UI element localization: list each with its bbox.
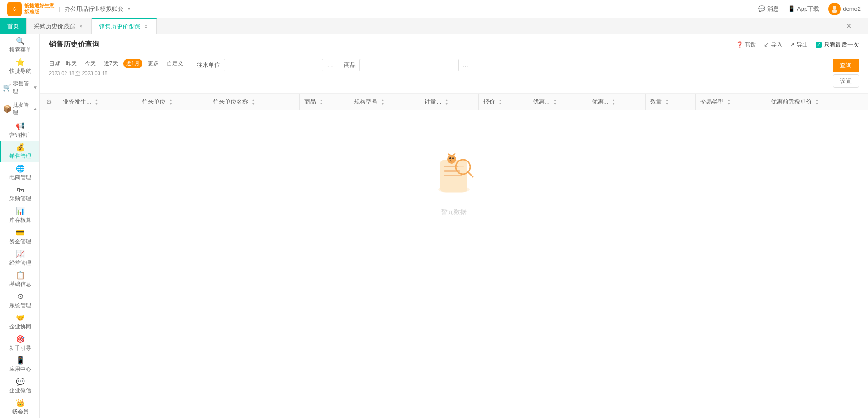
tab-bar-actions: ✕ ⛶ xyxy=(846,22,868,30)
sidebar-item-finance-label: 资金管理 xyxy=(9,238,31,246)
tab-sales-history[interactable]: 销售历史价跟踪 × xyxy=(92,18,157,34)
retail-mgmt-icon: 🛒 xyxy=(3,83,12,92)
export-button[interactable]: ↗ 导出 xyxy=(790,41,808,49)
table-col-quantity[interactable]: 数量 ▲▼ xyxy=(646,94,695,110)
user-menu[interactable]: demo2 xyxy=(828,3,861,15)
query-button[interactable]: 查询 xyxy=(833,59,859,72)
svg-text:6: 6 xyxy=(13,7,16,12)
logo-icon: 6 xyxy=(7,2,22,16)
sidebar-item-enterprise-collab-label: 企业协同 xyxy=(9,323,31,331)
sidebar-item-retail-mgmt[interactable]: 🛒 零售管理 ▼ xyxy=(0,77,39,98)
quick-nav-icon: ⭐ xyxy=(16,58,25,66)
tab-home[interactable]: 首页 xyxy=(0,18,27,34)
sales-mgmt-icon: 💰 xyxy=(16,143,25,152)
sort-partner-name-icon: ▲▼ xyxy=(251,99,255,106)
page-header-actions: ❓ 帮助 ↙ 导入 ↗ 导出 ✓ 只看最后一次 xyxy=(736,41,859,49)
table-col-spec[interactable]: 规格型号 ▲▼ xyxy=(349,94,420,110)
sidebar-item-inventory[interactable]: 📊 库存核算 xyxy=(0,205,39,226)
wholesale-mgmt-expand-icon: ▲ xyxy=(33,106,38,111)
svg-point-14 xyxy=(452,157,454,159)
sort-quantity-icon: ▲▼ xyxy=(665,99,669,106)
date-tab-custom[interactable]: 自定义 xyxy=(164,59,186,68)
system-mgmt-icon: ⚙ xyxy=(17,292,24,301)
empty-text: 暂元数据 xyxy=(441,208,467,216)
sidebar-item-wholesale-mgmt[interactable]: 📦 批发管理 ▲ xyxy=(0,98,39,119)
sidebar-item-purchase-mgmt-label: 采购管理 xyxy=(9,195,31,203)
close-all-tabs-icon[interactable]: ✕ xyxy=(846,22,852,30)
sidebar-item-newcomer-guide-label: 新手引导 xyxy=(9,344,31,352)
sidebar-item-search-menu[interactable]: 🔍 搜索菜单 xyxy=(0,34,39,56)
table-col-business-date[interactable]: 业务发生... ▲▼ xyxy=(58,94,137,110)
tab-purchase-history[interactable]: 采购历史价跟踪 × xyxy=(27,18,92,34)
sidebar-item-operations[interactable]: 📈 经营管理 xyxy=(0,247,39,269)
table-col-discount-amount[interactable]: 优惠... ▲▼ xyxy=(587,94,645,110)
tab-sales-history-close[interactable]: × xyxy=(143,24,149,30)
sidebar-item-quick-nav[interactable]: ⭐ 快捷导航 xyxy=(0,56,39,77)
sort-trade-type-icon: ▲▼ xyxy=(727,99,731,106)
table-col-partner-code[interactable]: 往来单位 ▲▼ xyxy=(137,94,208,110)
svg-point-2 xyxy=(833,6,836,10)
table-col-settings[interactable]: ⚙ xyxy=(40,94,58,110)
date-tab-7days[interactable]: 近7天 xyxy=(101,59,121,68)
only-last-checkbox[interactable]: ✓ 只看最后一次 xyxy=(816,41,859,49)
sidebar-item-finance[interactable]: 💳 资金管理 xyxy=(0,226,39,247)
svg-rect-8 xyxy=(444,175,462,176)
sort-business-date-icon: ▲▼ xyxy=(94,99,98,106)
main-layout: 🔍 搜索菜单 ⭐ 快捷导航 🛒 零售管理 ▼ 📦 批发管理 ▲ 📢 营销推广 💰… xyxy=(0,34,868,418)
sidebar-item-enterprise-wechat[interactable]: 💬 企业微信 xyxy=(0,375,39,397)
product-dots: ... xyxy=(462,61,468,69)
app-dropdown-icon[interactable]: ▾ xyxy=(128,6,130,11)
content-area: 销售历史价查询 ❓ 帮助 ↙ 导入 ↗ 导出 ✓ 只看最后一次 xyxy=(40,34,868,418)
date-tab-more[interactable]: 更多 xyxy=(145,59,161,68)
tab-home-label: 首页 xyxy=(7,22,19,30)
sort-spec-icon: ▲▼ xyxy=(381,99,385,106)
table-settings-icon[interactable]: ⚙ xyxy=(44,97,53,106)
import-button[interactable]: ↙ 导入 xyxy=(764,41,783,49)
partner-input[interactable] xyxy=(224,59,323,71)
sidebar-item-ecommerce-mgmt-label: 电商管理 xyxy=(9,174,31,181)
table-col-partner-name[interactable]: 往来单位名称 ▲▼ xyxy=(208,94,299,110)
date-tab-1month[interactable]: 近1月 xyxy=(123,59,143,68)
product-input[interactable] xyxy=(359,59,459,71)
sidebar-item-enterprise-collab[interactable]: 🤝 企业协同 xyxy=(0,311,39,332)
message-button[interactable]: 💬 消息 xyxy=(758,5,779,13)
sidebar-item-ecommerce-mgmt[interactable]: 🌐 电商管理 xyxy=(0,162,39,184)
sidebar-item-sales-mgmt[interactable]: 💰 销售管理 xyxy=(0,141,39,162)
table-col-unit[interactable]: 计量... ▲▼ xyxy=(420,94,478,110)
sidebar-item-basic-info[interactable]: 📋 基础信息 xyxy=(0,269,39,290)
newcomer-guide-icon: 🎯 xyxy=(16,335,25,343)
sidebar-item-app-center[interactable]: 📱 应用中心 xyxy=(0,354,39,375)
table-header-row: ⚙ 业务发生... ▲▼ 往来单位 ▲▼ 往来单位名称 ▲▼ xyxy=(40,94,868,110)
sidebar-item-system-mgmt[interactable]: ⚙ 系统管理 xyxy=(0,290,39,311)
table-col-quote-price[interactable]: 报价 ▲▼ xyxy=(478,94,528,110)
date-range-text: 2023-02-18 至 2023-03-18 xyxy=(49,70,186,77)
product-label: 商品 xyxy=(344,61,356,69)
table-col-trade-type[interactable]: 交易类型 ▲▼ xyxy=(695,94,766,110)
sidebar-item-purchase-mgmt[interactable]: 🛍 采购管理 xyxy=(0,184,39,205)
sort-quote-price-icon: ▲▼ xyxy=(498,99,502,106)
svg-point-3 xyxy=(832,10,837,13)
date-tab-today[interactable]: 今天 xyxy=(82,59,99,68)
table-col-product[interactable]: 商品 ▲▼ xyxy=(299,94,349,110)
top-header: 6 畅捷通好生意 标准版 | 办公用品行业模拟账套 ▾ 💬 消息 📱 App下载 xyxy=(0,0,868,18)
settings-button[interactable]: 设置 xyxy=(833,74,859,88)
svg-point-12 xyxy=(447,155,456,164)
date-tab-yesterday[interactable]: 昨天 xyxy=(63,59,80,68)
sort-product-icon: ▲▼ xyxy=(319,99,323,106)
maximize-icon[interactable]: ⛶ xyxy=(855,22,863,30)
sidebar-item-member-club[interactable]: 👑 畅会员 xyxy=(0,397,39,418)
table-col-pretax-price[interactable]: 优惠前无税单价 ▲▼ xyxy=(766,94,868,110)
help-button[interactable]: ❓ 帮助 xyxy=(736,41,757,49)
partner-filter: 往来单位 ... xyxy=(197,59,333,71)
date-filter: 日期 昨天 今天 近7天 近1月 更多 自定义 2023-02-18 至 202… xyxy=(49,59,186,77)
sort-unit-icon: ▲▼ xyxy=(445,99,448,106)
table-col-discount-rate[interactable]: 优惠... ▲▼ xyxy=(528,94,587,110)
tab-purchase-history-close[interactable]: × xyxy=(78,23,84,29)
sidebar-item-app-center-label: 应用中心 xyxy=(9,366,31,373)
basic-info-icon: 📋 xyxy=(16,271,25,280)
empty-state: 暂元数据 xyxy=(40,110,868,252)
sidebar-item-marketing[interactable]: 📢 营销推广 xyxy=(0,119,39,141)
sort-pretax-price-icon: ▲▼ xyxy=(815,99,819,106)
app-download-button[interactable]: 📱 App下载 xyxy=(788,5,819,13)
sidebar-item-newcomer-guide[interactable]: 🎯 新手引导 xyxy=(0,333,39,354)
